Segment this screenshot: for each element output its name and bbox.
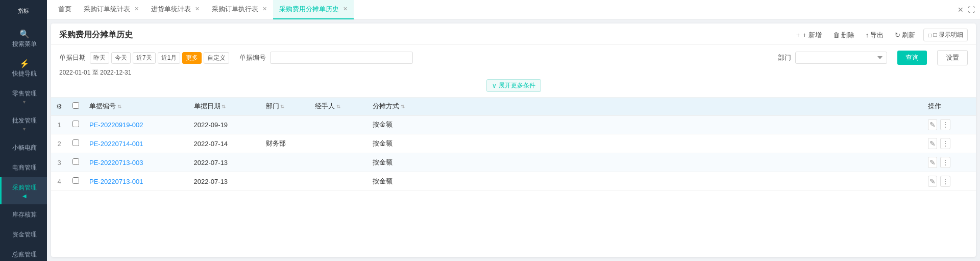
action-cell: ✎ ⋮ xyxy=(923,172,976,191)
row-checkbox-cell xyxy=(67,134,84,153)
settings-button[interactable]: 设置 xyxy=(937,50,968,65)
date-btn-custom[interactable]: 自定义 xyxy=(204,52,229,64)
sidebar-item-mobile[interactable]: 小畅电商 xyxy=(0,137,47,157)
delete-button[interactable]: 🗑 删除 xyxy=(830,29,857,41)
sidebar-item-ledger[interactable]: 总账管理 xyxy=(0,244,47,261)
more-icon[interactable]: ⋮ xyxy=(940,176,950,187)
date-btn-1month[interactable]: 近1月 xyxy=(158,52,181,64)
date-quick-btns: 昨天 今天 近7天 近1月 更多 自定义 xyxy=(90,52,229,64)
col-dept[interactable]: 部门 xyxy=(261,98,310,115)
sidebar-item-retail[interactable]: 零售管理 ▾ xyxy=(0,83,47,110)
page-title: 采购费用分摊单历史 xyxy=(59,30,133,40)
tab-inbound-stats[interactable]: 进货单统计表 ✕ xyxy=(145,0,206,19)
doc-no-cell: PE-20220714-001 xyxy=(84,134,189,153)
doc-no-link[interactable]: PE-20220713-001 xyxy=(89,178,143,185)
handler-cell xyxy=(310,115,368,134)
doc-no-cell: PE-20220713-003 xyxy=(84,153,189,172)
add-button[interactable]: + + 新增 xyxy=(793,29,825,41)
row-checkbox[interactable] xyxy=(72,121,79,127)
sidebar-item-quicknav[interactable]: ⚡ 快捷导航 xyxy=(0,54,47,83)
search-icon: 🔍 xyxy=(19,30,30,38)
dept-cell: 财务部 xyxy=(261,134,310,153)
tab-close-icon[interactable]: ✕ xyxy=(343,6,348,12)
more-icon[interactable]: ⋮ xyxy=(940,119,950,130)
data-table: ⚙ 单据编号 单据日期 部门 经手人 分摊方式 操作 1 xyxy=(51,98,976,191)
show-columns-button[interactable]: □ □ 显示明细 xyxy=(923,29,968,41)
chevron-down-icon: ▾ xyxy=(23,99,26,105)
row-checkbox-cell xyxy=(67,115,84,134)
more-icon[interactable]: ⋮ xyxy=(940,157,950,168)
action-cell: ✎ ⋮ xyxy=(923,134,976,153)
date-btn-more[interactable]: 更多 xyxy=(182,52,202,64)
doc-no-label: 单据编号 xyxy=(239,53,266,62)
sidebar-item-label: 搜索菜单 xyxy=(4,40,45,49)
col-doc-date[interactable]: 单据日期 xyxy=(189,98,261,115)
checkbox-icon: □ xyxy=(928,32,932,39)
col-doc-no[interactable]: 单据编号 xyxy=(84,98,189,115)
col-settings[interactable]: ⚙ xyxy=(51,98,67,115)
edit-icon[interactable]: ✎ xyxy=(928,176,937,187)
tab-purchase-cost-history[interactable]: 采购费用分摊单历史 ✕ xyxy=(273,0,354,19)
date-btn-yesterday[interactable]: 昨天 xyxy=(90,52,109,64)
doc-no-link[interactable]: PE-20220714-001 xyxy=(89,140,143,148)
sidebar-item-purchase[interactable]: 采购管理 ◀ xyxy=(0,177,47,204)
tab-bar-actions: ✕ ⛶ xyxy=(958,6,975,14)
sidebar-item-finance[interactable]: 资金管理 xyxy=(0,224,47,244)
row-checkbox[interactable] xyxy=(72,139,79,146)
sidebar-item-label: 库存核算 xyxy=(4,210,45,219)
export-icon: ↑ xyxy=(866,31,869,39)
export-button[interactable]: ↑ 导出 xyxy=(863,29,887,41)
tab-home[interactable]: 首页 xyxy=(52,0,78,19)
handler-cell xyxy=(310,153,368,172)
col-handler[interactable]: 经手人 xyxy=(310,98,368,115)
tab-purchase-order-stats[interactable]: 采购订单统计表 ✕ xyxy=(78,0,145,19)
action-icons: ✎ ⋮ xyxy=(928,138,971,149)
doc-date-cell: 2022-07-13 xyxy=(189,153,261,172)
row-checkbox[interactable] xyxy=(72,177,79,184)
more-icon[interactable]: ⋮ xyxy=(940,138,950,149)
tab-purchase-order-exec[interactable]: 采购订单执行表 ✕ xyxy=(206,0,273,19)
sidebar-item-search[interactable]: 🔍 搜索菜单 xyxy=(0,24,47,54)
dept-cell xyxy=(261,153,310,172)
split-method-cell: 按金额 xyxy=(368,134,922,153)
col-split-method[interactable]: 分摊方式 xyxy=(368,98,922,115)
select-all-checkbox[interactable] xyxy=(72,102,79,109)
row-checkbox[interactable] xyxy=(72,158,79,165)
edit-icon[interactable]: ✎ xyxy=(928,138,937,149)
active-arrow-icon: ◀ xyxy=(22,193,27,199)
sidebar-item-wholesale[interactable]: 批发管理 ▾ xyxy=(0,110,47,137)
dept-select[interactable]: 财务部 xyxy=(795,52,887,64)
sidebar-item-inventory[interactable]: 库存核算 xyxy=(0,204,47,224)
chevron-down-icon: ▾ xyxy=(23,126,26,132)
refresh-icon: ↻ xyxy=(895,31,900,39)
table-body: 1 PE-20220919-002 2022-09-19 按金额 xyxy=(51,115,976,191)
handler-cell xyxy=(310,134,368,153)
refresh-button[interactable]: ↻ 刷新 xyxy=(892,29,918,41)
date-btn-today[interactable]: 今天 xyxy=(111,52,131,64)
sidebar-item-ecommerce[interactable]: 电商管理 xyxy=(0,157,47,177)
maximize-icon[interactable]: ⛶ xyxy=(968,6,975,14)
toolbar: + + 新增 🗑 删除 ↑ 导出 ↻ 刷新 □ □ 显示明细 xyxy=(793,29,968,41)
edit-icon[interactable]: ✎ xyxy=(928,119,937,130)
close-all-icon[interactable]: ✕ xyxy=(958,6,964,14)
tab-close-icon[interactable]: ✕ xyxy=(262,6,267,12)
doc-no-link[interactable]: PE-20220713-003 xyxy=(89,159,143,167)
search-button[interactable]: 查询 xyxy=(897,51,927,65)
edit-icon[interactable]: ✎ xyxy=(928,157,937,168)
date-filter-field: 单据日期 昨天 今天 近7天 近1月 更多 自定义 xyxy=(59,52,229,64)
table-row: 4 PE-20220713-001 2022-07-13 按金额 xyxy=(51,172,976,191)
doc-date-cell: 2022-09-19 xyxy=(189,115,261,134)
tab-bar: 首页 采购订单统计表 ✕ 进货单统计表 ✕ 采购订单执行表 ✕ 采购费用分摊单历… xyxy=(47,0,980,19)
tab-close-icon[interactable]: ✕ xyxy=(134,6,139,12)
doc-no-link[interactable]: PE-20220919-002 xyxy=(89,121,143,129)
doc-date-cell: 2022-07-14 xyxy=(189,134,261,153)
doc-no-input[interactable] xyxy=(270,52,413,64)
date-btn-7days[interactable]: 近7天 xyxy=(133,52,156,64)
expand-conditions-button[interactable]: ∨ 展开更多条件 xyxy=(486,79,541,92)
sidebar: 指标 🔍 搜索菜单 ⚡ 快捷导航 零售管理 ▾ 批发管理 ▾ 小畅电商 电商管理… xyxy=(0,0,47,261)
doc-date-cell: 2022-07-13 xyxy=(189,172,261,191)
sidebar-item-label: 批发管理 xyxy=(4,116,45,125)
dept-label: 部门 xyxy=(778,53,791,62)
tab-close-icon[interactable]: ✕ xyxy=(195,6,200,12)
table-row: 3 PE-20220713-003 2022-07-13 按金额 xyxy=(51,153,976,172)
